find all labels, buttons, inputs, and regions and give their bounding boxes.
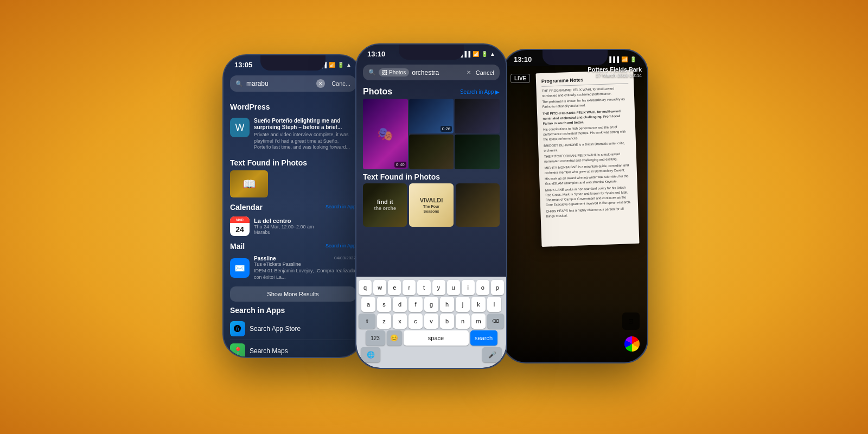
- book-page-text: THE PROGRAMME: FELIX WAHL for multi-awar…: [541, 86, 633, 220]
- key-globe[interactable]: 🌐: [361, 347, 380, 362]
- key-e[interactable]: e: [388, 280, 401, 295]
- search-app-store-item[interactable]: 🅐 Search App Store: [230, 318, 356, 340]
- photos-tag-icon: 🖼: [382, 69, 387, 75]
- keyboard[interactable]: q w e r t y u i o p a s d f g h: [356, 277, 506, 368]
- mail-icon: ✉️: [230, 258, 250, 278]
- photo-cell-4[interactable]: [409, 135, 454, 169]
- key-shift[interactable]: ⇧: [359, 314, 375, 329]
- search-cancel-button[interactable]: Canc...: [331, 80, 350, 87]
- key-q[interactable]: q: [359, 280, 372, 295]
- left-search-bar[interactable]: 🔍 marabu ✕ Canc...: [230, 75, 356, 92]
- key-w[interactable]: w: [373, 280, 386, 295]
- photos-section-title-label: Photos: [363, 87, 392, 97]
- battery-icon: 🔋: [337, 62, 344, 68]
- text-found-cell-1[interactable]: find it the orche: [363, 183, 407, 227]
- location-text: Potters Fields Park: [588, 66, 642, 73]
- calendar-search-in-app[interactable]: Search in App: [326, 204, 356, 209]
- keyboard-row-2: a s d f g h j k l: [359, 297, 504, 312]
- key-f[interactable]: f: [409, 297, 423, 312]
- text-found-cell-2[interactable]: VIVALDI The Four Seasons: [409, 183, 453, 227]
- key-delete[interactable]: ⌫: [487, 314, 504, 329]
- mail-result[interactable]: ✉️ Passline 04/03/2022 Tus eTickets Pass…: [230, 253, 356, 283]
- live-text-icon[interactable]: ⊡: [622, 312, 640, 330]
- search-maps-label: Search Maps: [250, 347, 288, 355]
- wordpress-title: Sueño Porteño delighting me and surprisi…: [254, 118, 356, 131]
- mail-body: IDEM 01 Benjamin Lovejoy, ¡Compra realiz…: [254, 268, 356, 280]
- key-search[interactable]: search: [470, 330, 497, 346]
- keyboard-bottom-extras: 🌐 🎤: [359, 347, 504, 362]
- key-l[interactable]: l: [487, 297, 501, 312]
- phone-center: 13:10 ▐▐▐ 📶 🔋 ▲ 🔍 🖼 Photos orchestra ✕ C…: [355, 43, 507, 369]
- key-b[interactable]: b: [440, 314, 454, 329]
- photo-cell-5[interactable]: [455, 135, 500, 169]
- key-c[interactable]: c: [409, 314, 423, 329]
- wifi-icon: 📶: [329, 62, 335, 68]
- key-v[interactable]: v: [424, 314, 438, 329]
- photo-cell-2[interactable]: 0:26: [409, 99, 454, 133]
- photo-cell-1[interactable]: 🎭 0:40: [363, 99, 408, 169]
- wordpress-icon: W: [230, 118, 250, 137]
- key-h[interactable]: h: [440, 297, 454, 312]
- key-j[interactable]: j: [456, 297, 470, 312]
- key-k[interactable]: k: [471, 297, 486, 312]
- center-search-bar[interactable]: 🔍 🖼 Photos orchestra ✕ Cancel: [363, 65, 500, 80]
- key-i[interactable]: i: [462, 280, 475, 295]
- key-s[interactable]: s: [377, 297, 391, 312]
- key-o[interactable]: o: [476, 280, 489, 295]
- status-time-left: 13:05: [234, 61, 252, 69]
- center-search-clear[interactable]: ✕: [467, 69, 471, 75]
- calendar-event-location: Marabu: [254, 229, 356, 235]
- photos-tag-label: Photos: [389, 69, 406, 75]
- search-in-apps-title: Search in Apps: [230, 306, 356, 315]
- wordpress-desc: Private and video interview complete, it…: [254, 132, 356, 151]
- calendar-text: La del centro Thu 24 Mar, 12:00–2:00 am …: [254, 218, 356, 235]
- key-n[interactable]: n: [456, 314, 470, 329]
- key-emoji[interactable]: 😊: [387, 330, 402, 346]
- maps-icon: 📍: [230, 343, 245, 357]
- text-found-section-title: Text Found in Photos: [230, 158, 356, 167]
- key-t[interactable]: t: [417, 280, 430, 295]
- center-cancel-button[interactable]: Cancel: [476, 69, 494, 76]
- search-icon: 🔍: [235, 80, 243, 87]
- photos-search-in-app[interactable]: Search in App ▶: [460, 89, 500, 95]
- show-more-button[interactable]: Show More Results: [230, 286, 356, 302]
- key-m[interactable]: m: [471, 314, 486, 329]
- mail-from: Passline: [254, 256, 276, 261]
- search-maps-item[interactable]: 📍 Search Maps: [230, 340, 356, 357]
- key-space[interactable]: space: [404, 330, 469, 346]
- photo-duration-2: 0:26: [441, 126, 452, 132]
- key-y[interactable]: y: [432, 280, 445, 295]
- key-a[interactable]: a: [361, 297, 375, 312]
- phone-left-notch: [260, 55, 326, 71]
- phones-container: 13:05 ▐▐▐ 📶 🔋 ▲ 🔍 marabu ✕ Canc... WordP…: [190, 11, 678, 423]
- phone-center-screen: 13:10 ▐▐▐ 📶 🔋 ▲ 🔍 🖼 Photos orchestra ✕ C…: [356, 44, 506, 368]
- photos-app-icon[interactable]: [624, 336, 640, 352]
- key-z[interactable]: z: [377, 314, 391, 329]
- key-u[interactable]: u: [447, 280, 460, 295]
- key-g[interactable]: g: [424, 297, 438, 312]
- key-r[interactable]: r: [403, 280, 416, 295]
- photo-cell-3[interactable]: [455, 99, 500, 133]
- text-found-cell-3[interactable]: [456, 183, 500, 227]
- phone-left-screen: 13:05 ▐▐▐ 📶 🔋 ▲ 🔍 marabu ✕ Canc... WordP…: [224, 55, 362, 357]
- photos-thumbnail[interactable]: 📖: [230, 170, 268, 197]
- key-numbers[interactable]: 123: [366, 330, 385, 346]
- calendar-result[interactable]: MAR 24 La del centro Thu 24 Mar, 12:00–2…: [230, 214, 356, 239]
- status-time-center: 13:10: [367, 50, 385, 58]
- mail-subject: Tus eTickets Passline: [254, 261, 356, 267]
- search-clear-button[interactable]: ✕: [316, 79, 325, 88]
- key-x[interactable]: x: [393, 314, 407, 329]
- location-icon: ▲: [346, 62, 352, 68]
- key-p[interactable]: p: [491, 280, 504, 295]
- key-d[interactable]: d: [393, 297, 407, 312]
- calendar-section-title: Calendar: [230, 203, 263, 212]
- wordpress-result[interactable]: W Sueño Porteño delighting me and surpri…: [230, 114, 356, 154]
- calendar-day: 24: [230, 223, 250, 236]
- phone-right: 13:10 ▐▐▐ 📶 🔋 Potters Fields Park 17 Mar…: [502, 49, 648, 363]
- status-icons-right: ▐▐▐ 📶 🔋: [608, 56, 636, 62]
- calendar-event-time: Thu 24 Mar, 12:00–2:00 am: [254, 224, 356, 229]
- mail-search-in-app[interactable]: Search in App: [326, 243, 356, 248]
- right-info-bar: Potters Fields Park 17 March 2019 20:44: [588, 66, 642, 78]
- key-mic[interactable]: 🎤: [482, 347, 502, 362]
- text-recognition-icon: ⊡: [628, 317, 634, 325]
